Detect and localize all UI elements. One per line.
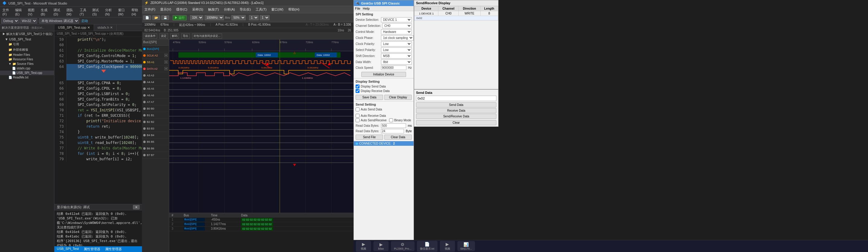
la-ratio-select[interactable]: 50% [231, 15, 246, 20]
spi-clear-display-btn[interactable]: Clear Display [384, 95, 412, 100]
la-sync-btn[interactable]: 封包与波形同步设定... [192, 34, 222, 39]
la-channel-count: 26 [348, 29, 351, 32]
la-sclk-hide[interactable]: × [164, 54, 168, 57]
la-filter-btn[interactable]: 滤波条件 [143, 34, 157, 39]
la-new-btn[interactable]: 📄 [143, 15, 151, 20]
spi-receive-btn[interactable]: Receive Data [416, 108, 496, 113]
vs-spi-test-item[interactable]: 📄 USB_SPI_Test.cpp [0, 71, 54, 75]
vs-tab-stdafx[interactable]: stdafx.h ✕ [94, 25, 117, 31]
la-menu-export[interactable]: 导出(E) [238, 7, 252, 12]
vs-solution-item[interactable]: ▶ 解决方案'USB_SPI_Test'(1个项目) [0, 31, 54, 37]
vs-menu-test[interactable]: 测试(S) [91, 7, 101, 16]
spi-clock-phase-select[interactable]: 1st clock sampling [381, 35, 413, 40]
spi-menu-help[interactable]: Help [363, 7, 370, 10]
taskbar-item-pl2303[interactable]: ⚙ PL2303_Pro... [391, 241, 414, 251]
spi-menu-file[interactable]: File [355, 7, 361, 10]
vs-debug-select[interactable]: Debug [1, 18, 19, 24]
taskbar-item-sin[interactable]: 📊 Sin(170... [457, 241, 475, 251]
la-save-btn[interactable]: 💾 [161, 15, 169, 20]
clear-btn[interactable]: Clear [416, 120, 496, 125]
vs-project-item[interactable]: ▼ USB_SPI_Test [0, 37, 54, 42]
spi-display-send-checkbox[interactable] [355, 84, 360, 88]
vs-menu-view[interactable]: 视图(V) [27, 7, 37, 16]
vs-header-files-item[interactable]: 📁 Header Files [0, 52, 54, 57]
la-menu-buffer[interactable]: 缓存(C) [175, 7, 188, 12]
la-export-btn[interactable]: 导出 [181, 34, 190, 39]
vs-source-files-item[interactable]: ▼ 📁 Source Files [0, 62, 54, 66]
vs-menu-analyze[interactable]: 分析(N) [104, 7, 115, 16]
vs-menu-help[interactable]: 帮助(H) [130, 7, 141, 16]
la-menu-trigger[interactable]: 触发(T) [207, 7, 220, 12]
spi-save-data-btn[interactable]: Save Data [355, 95, 383, 100]
la-decode-row-1[interactable]: 1 Bus1[SPI] -450ns 02 02 02 02 02 02 02 … [169, 218, 353, 222]
la-config-btn[interactable]: 设定 [159, 34, 168, 39]
spi-clock-speed-input[interactable] [381, 66, 406, 70]
spi-send-file-btn[interactable]: Send File [355, 135, 383, 140]
spi-auto-receive-checkbox[interactable] [355, 114, 360, 118]
la-decode-row-2[interactable]: 2 Bus1[SPI] 1.14277ms 02 02 02 02 02 02 … [169, 222, 353, 227]
spi-window: 🔌 GinkGo USB SPI Classic File Help SPI S… [353, 0, 414, 252]
la-ss-hide[interactable]: × [164, 60, 168, 64]
vs-code-editor[interactable]: 59 printf("\n"); 60 61 // Initialize dev… [54, 37, 142, 204]
vs-menu-tools[interactable]: 工具(T) [79, 7, 89, 16]
vs-menu-debug[interactable]: 调试(D) [52, 7, 63, 16]
vs-output-clear-btn[interactable]: ✕ [133, 205, 140, 210]
spi-init-btn[interactable]: Initialize Device [361, 72, 406, 77]
spi-title: GinkGo USB SPI Classic [361, 1, 400, 5]
la-menu-analyze[interactable]: 分析(A) [223, 7, 236, 12]
vs-references-item[interactable]: 📁 引用 [0, 42, 54, 47]
vs-target-select[interactable]: 本地 Windows 调试器 [39, 18, 79, 24]
spi-binary-checkbox[interactable] [389, 118, 393, 122]
taskbar-pl2303-icon: ⚙ [401, 242, 405, 247]
taskbar-item-video1[interactable]: ▶ 视频 [356, 241, 371, 252]
vs-stdafx-item[interactable]: 📄 stdafx.cpp [0, 66, 54, 71]
la-open-btn[interactable]: 📂 [152, 15, 160, 20]
la-menu-sample[interactable]: 采样(S) [191, 7, 205, 12]
la-zoom-select[interactable]: 1 [260, 15, 270, 20]
la-menu-view[interactable]: 显示(V) [159, 7, 173, 12]
la-menu-window[interactable]: 窗口(W) [270, 7, 285, 12]
la-menu-file[interactable]: 文件(F) [143, 7, 156, 12]
spi-read-bytes2-input[interactable] [381, 129, 404, 133]
la-data-hide[interactable]: × [164, 67, 168, 70]
spi-clear-data-btn[interactable]: Clear Data [384, 135, 412, 140]
vs-menu-build[interactable]: 生成(B) [39, 7, 50, 16]
la-memory-select[interactable]: 32K [190, 15, 203, 20]
sr-table-row-1[interactable]: 1 DEVICE 1 CH0 WRITE 8 [414, 11, 498, 16]
spi-auto-sr-checkbox[interactable] [355, 118, 360, 122]
la-ch-select[interactable]: 1 [249, 15, 259, 20]
la-menu-tools[interactable]: 工具(T) [254, 7, 268, 12]
spi-read-bytes2-label: Read Data Bytes: [355, 130, 380, 133]
la-menu-help[interactable]: 帮助(H) [287, 7, 301, 12]
spi-auto-send-row: Auto Send Data [355, 107, 382, 111]
spi-send-btn[interactable]: Send Data [416, 102, 496, 107]
la-decode-btn[interactable]: 解码 [170, 34, 179, 39]
spi-clock-polarity-select[interactable]: Low [381, 41, 412, 46]
spi-send-checkboxes: Auto Send Data Auto Receive Data [355, 107, 412, 118]
la-run-btn[interactable]: ▶ 运行 [173, 15, 187, 21]
vs-platform-select[interactable]: Win32 [20, 18, 37, 24]
vs-extern-deps-item[interactable]: 📁 外部依赖项 [0, 47, 54, 52]
spi-shift-dir-select[interactable]: MSB [381, 53, 412, 59]
spi-auto-send-checkbox[interactable] [355, 107, 360, 111]
taskbar-item-video2[interactable]: ▶ 视频 [440, 241, 455, 252]
spi-select-polarity-select[interactable]: Low [381, 47, 412, 52]
spi-send-receive-btn[interactable]: Send/Receive Data [416, 114, 496, 119]
taskbar-item-bilao[interactable]: ▶ bilao [373, 241, 389, 251]
vs-menu-file[interactable]: 文件(F) [1, 7, 11, 16]
spi-display-receive-checkbox[interactable] [355, 89, 360, 93]
la-freq-select[interactable]: 100MHz [205, 15, 224, 20]
spi-data-width-select[interactable]: 8bit [381, 60, 412, 65]
vs-readme-item[interactable]: 📄 ReadMe.txt [0, 75, 54, 80]
spi-device-select[interactable]: DEVICE 1 [381, 17, 412, 22]
vs-resource-files-item[interactable]: 📁 Resource Files [0, 57, 54, 62]
taskbar-item-weixin[interactable]: 📄 微信显示.txt [417, 241, 437, 252]
spi-control-select[interactable]: Hardware [381, 29, 412, 34]
vs-menu-team[interactable]: 团队(M) [65, 7, 76, 16]
la-decode-row-3[interactable]: 3 Bus1[SPI] 3.80416ms 02 02 02 02 02 02 … [169, 227, 353, 231]
vs-menu-window[interactable]: 窗口(W) [117, 7, 128, 16]
spi-channel-select[interactable]: CH0 [382, 23, 412, 28]
vs-tab-spi[interactable]: USB_SPI_Test.cpp ✕ [54, 25, 94, 31]
spi-read-bytes-input[interactable] [381, 123, 406, 128]
vs-menu-edit[interactable]: 编辑(E) [14, 7, 24, 16]
